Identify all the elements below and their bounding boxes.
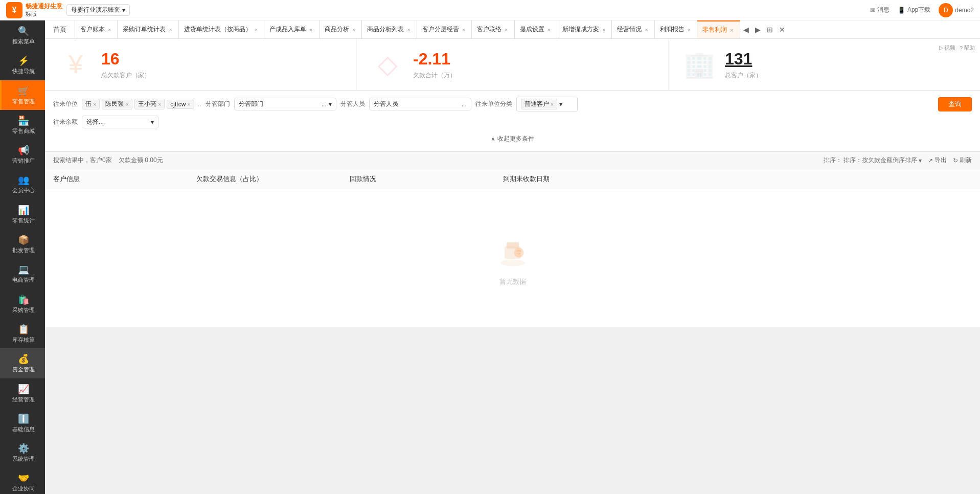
video-action[interactable]: ▷ 视频 (939, 44, 955, 52)
result-info: 搜索结果中，客户0家 欠款金额 0.00元 (53, 156, 163, 165)
balance-select[interactable]: 选择... ▾ (82, 116, 158, 128)
tab-purchase-stats[interactable]: 进货单统计表（按商品） × (179, 20, 264, 38)
tab-prev-btn[interactable]: ◀ (740, 20, 752, 38)
sidebar-item-quicknav[interactable]: ⚡ 快捷导航 (0, 50, 45, 80)
category-chevron: ▾ (559, 101, 562, 108)
tab-commission-setting[interactable]: 提成设置 × (515, 20, 557, 38)
remove-wu-btn[interactable]: × (93, 101, 96, 107)
balance-filter-label: 往来余额 (53, 118, 78, 126)
tab-close-product-analysis[interactable]: × (351, 26, 356, 33)
user-menu[interactable]: D demo2 (939, 3, 974, 17)
sidebar-item-ecom[interactable]: 💻 电商管理 (0, 259, 45, 288)
tab-close-profit-report[interactable]: × (687, 26, 692, 33)
tab-product-analysis[interactable]: 商品分析 × (320, 20, 362, 38)
tab-home[interactable]: 首页 (45, 20, 75, 38)
category-select[interactable]: 普通客户 × ▾ (516, 97, 578, 111)
tab-customer-account[interactable]: 客户账本 × (75, 20, 118, 38)
refresh-btn[interactable]: ↻ 刷新 (953, 156, 972, 165)
tab-product-analysis-list[interactable]: 商品分析列表 × (362, 20, 417, 38)
export-btn[interactable]: ↗ 导出 (928, 156, 947, 165)
query-button[interactable]: 查询 (938, 97, 972, 111)
sidebar-item-member[interactable]: 👥 会员中心 (0, 169, 45, 199)
tab-close-operation[interactable]: × (644, 26, 649, 33)
remove-cj-btn[interactable]: × (187, 101, 190, 107)
sidebar-item-purchase[interactable]: 🛍️ 采购管理 (0, 289, 45, 319)
filter-tag-cj-text: cjttcw (170, 101, 186, 108)
dept-filter-label: 分管部门 (206, 100, 230, 108)
app-download-btn[interactable]: 📱 App下载 (898, 6, 930, 14)
stat-info-total: 131 总客户（家） (725, 49, 965, 79)
tab-profit-report[interactable]: 利润报告 × (655, 20, 697, 38)
message-btn[interactable]: ✉ 消息 (870, 6, 890, 14)
help-icon: ? (960, 45, 963, 51)
stat-icon-diamond: ◇ (372, 49, 403, 80)
tab-customer-tier[interactable]: 客户分层经营 × (417, 20, 472, 38)
tab-retail-profit[interactable]: 零售利润 × (697, 20, 740, 38)
sidebar-item-wholesale[interactable]: 📦 批发管理 (0, 229, 45, 259)
balance-placeholder: 选择... (86, 118, 104, 126)
sidebar-item-enterprise[interactable]: 🤝 企业协同 (0, 467, 45, 494)
stat-card-actions: ▷ 视频 ? 帮助 (939, 44, 975, 52)
tab-purchase-order[interactable]: 采购订单统计表 × (118, 20, 178, 38)
filter-more-btn[interactable]: ... (196, 101, 201, 108)
sidebar-item-inventory[interactable]: 📋 库存核算 (0, 319, 45, 348)
sidebar-item-stats[interactable]: 📊 零售统计 (0, 199, 45, 229)
stat-card-customers: ¥ 16 总欠款客户（家） (45, 39, 357, 90)
tab-close-purchase-order[interactable]: × (168, 26, 173, 33)
sort-select[interactable]: 排序： 排序：按欠款金额倒序排序 ▾ (824, 156, 922, 165)
tab-customer-contact[interactable]: 客户联络 × (472, 20, 514, 38)
tab-close-customer-tier[interactable]: × (461, 26, 466, 33)
top-header: ¥ 畅捷通好生意 标版 母婴行业演示账套 ▾ ✉ 消息 📱 App下载 D de… (0, 0, 980, 20)
sort-chevron-icon: ▾ (919, 157, 922, 164)
inventory-icon: 📋 (18, 324, 29, 335)
tab-close-purchase-stats[interactable]: × (254, 26, 259, 33)
collapse-button[interactable]: ∧ 收起更多条件 (491, 134, 534, 143)
col-due-date: 到期未收款日期 (503, 174, 972, 184)
empty-illustration (492, 230, 533, 271)
stat-icon-yuan: ¥ (60, 49, 91, 80)
tab-close-customer-contact[interactable]: × (504, 26, 509, 33)
message-icon: ✉ (870, 7, 875, 14)
sidebar: 🔍 搜索菜单 ⚡ 快捷导航 🛒 零售管理 🏪 零售商城 📢 营销推广 👥 会员中… (0, 20, 45, 494)
table-header: 客户信息 欠款交易信息（占比） 回款情况 到期未收款日期 (45, 169, 980, 189)
tab-close-product-storage[interactable]: × (308, 26, 313, 33)
filter-tag-wang: 王小亮 × (134, 99, 165, 109)
tab-operation[interactable]: 经营情况 × (612, 20, 654, 38)
person-filter-label: 分管人员 (340, 100, 365, 108)
tab-close-all-btn[interactable]: ✕ (776, 20, 788, 38)
tab-close-new-commission[interactable]: × (601, 26, 606, 33)
sidebar-item-marketing[interactable]: 📢 营销推广 (0, 140, 45, 169)
sidebar-item-finance[interactable]: 💰 资金管理 (0, 348, 45, 378)
wholesale-icon: 📦 (18, 234, 29, 245)
tab-product-storage[interactable]: 产成品入库单 × (264, 20, 319, 38)
help-action[interactable]: ? 帮助 (960, 44, 975, 52)
tab-next-btn[interactable]: ▶ (752, 20, 764, 38)
account-selector[interactable]: 母婴行业演示账套 ▾ (66, 4, 130, 16)
stat-info-customers: 16 总欠款客户（家） (101, 49, 341, 79)
remove-category-btn[interactable]: × (551, 101, 554, 107)
enterprise-icon: 🤝 (18, 473, 29, 484)
dept-select[interactable]: 分管部门 ... ▾ (234, 98, 336, 110)
tab-new-commission[interactable]: 新增提成方案 × (557, 20, 612, 38)
stat-label-customers: 总欠款客户（家） (101, 71, 341, 80)
tab-close-customer-account[interactable]: × (107, 26, 112, 33)
sidebar-item-business[interactable]: 📈 经营管理 (0, 378, 45, 408)
tab-expand-btn[interactable]: ⊞ (764, 20, 776, 38)
sidebar-item-store[interactable]: 🏪 零售商城 (0, 110, 45, 140)
sidebar-item-retail[interactable]: 🛒 零售管理 (0, 80, 45, 110)
sidebar-item-base[interactable]: ℹ️ 基础信息 (0, 408, 45, 438)
tab-close-product-analysis-list[interactable]: × (406, 26, 411, 33)
remove-wang-btn[interactable]: × (158, 101, 161, 107)
tab-close-commission-setting[interactable]: × (546, 26, 552, 33)
tab-close-retail-profit[interactable]: × (729, 27, 734, 34)
col-arrears-info: 欠款交易信息（占比） (196, 174, 350, 184)
sidebar-item-search[interactable]: 🔍 搜索菜单 (0, 20, 45, 50)
stats-row: ¥ 16 总欠款客户（家） ◇ -2.11 欠款合计（万） 🏢 (45, 39, 980, 91)
remove-chen-btn[interactable]: × (125, 101, 128, 107)
collapse-icon: ∧ (491, 136, 495, 143)
video-icon: ▷ (939, 44, 943, 51)
balance-chevron: ▾ (151, 119, 154, 126)
sidebar-item-system[interactable]: ⚙️ 系统管理 (0, 438, 45, 467)
filter-tag-chen: 陈民强 × (102, 99, 132, 109)
person-select[interactable]: 分管人员 ... (369, 98, 471, 110)
